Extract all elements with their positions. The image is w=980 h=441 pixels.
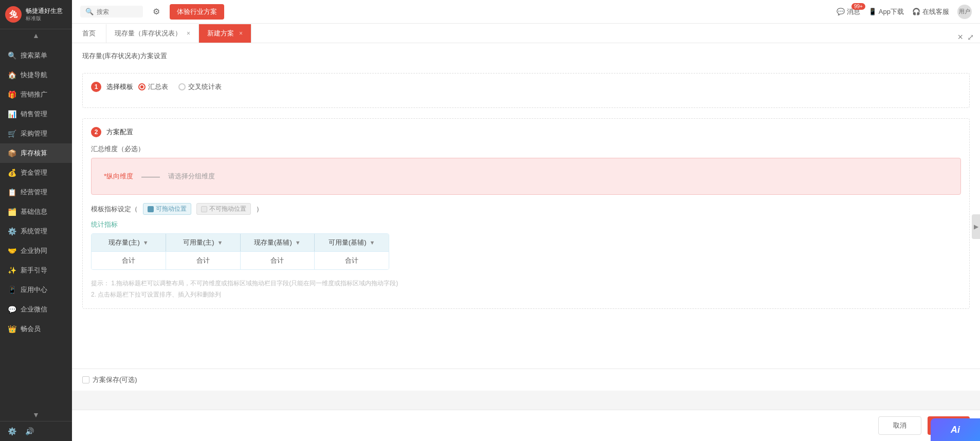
sidebar-item-new-guide[interactable]: ✨ 新手引导	[0, 261, 72, 280]
stats-cell-0-1: 合计	[166, 252, 241, 269]
tab-new-plan[interactable]: 新建方案 ×	[199, 24, 251, 43]
sidebar-item-marketing[interactable]: 🎁 营销推广	[0, 85, 72, 104]
new-guide-icon: ✨	[7, 266, 16, 275]
step2-badge: 2	[91, 127, 101, 137]
logo-icon: 兔	[5, 6, 22, 23]
gear-icon[interactable]: ⚙	[149, 5, 164, 19]
stats-col-1[interactable]: 可用量(主) ▼	[166, 234, 241, 251]
system-icon: ⚙️	[7, 227, 16, 236]
vip-icon: 👑	[7, 324, 16, 334]
cancel-button[interactable]: 取消	[878, 416, 921, 435]
sidebar-item-vip-label: 畅会员	[21, 324, 41, 334]
radio-summary-label: 汇总表	[148, 82, 168, 91]
sidebar-item-new-guide-label: 新手引导	[21, 266, 47, 275]
right-collapse-button[interactable]: ▶	[972, 214, 980, 239]
scroll-up[interactable]: ▲	[0, 29, 72, 42]
purchase-icon: 🛒	[7, 129, 16, 138]
sidebar-item-purchase[interactable]: 🛒 采购管理	[0, 124, 72, 143]
sidebar-item-search-menu[interactable]: 🔍 搜索菜单	[0, 46, 72, 65]
step1-title: 选择模板	[106, 82, 133, 91]
sidebar-item-enterprise-wechat[interactable]: 💬 企业微信	[0, 300, 72, 319]
tabs-bar: 首页 现存量（库存状况表） × 新建方案 × × ⤢	[72, 24, 980, 43]
trial-button[interactable]: 体验行业方案	[170, 4, 224, 20]
draggable-indicator: 可拖动位置	[143, 203, 191, 215]
sidebar-item-operations[interactable]: 📋 经营管理	[0, 182, 72, 202]
save-plan-checkbox-area[interactable]: 方案保存(可选)	[82, 375, 137, 384]
page-title: 现存量(库存状况表)方案设置	[82, 51, 970, 65]
sidebar-item-search-menu-label: 搜索菜单	[21, 51, 47, 60]
stats-col-3[interactable]: 可用量(基辅) ▼	[315, 234, 389, 251]
sidebar-item-operations-label: 经营管理	[21, 188, 47, 197]
sidebar-item-finance[interactable]: 💰 资金管理	[0, 163, 72, 182]
close-window-icon[interactable]: ×	[957, 32, 963, 43]
radio-summary[interactable]: 汇总表	[138, 82, 168, 91]
stats-table-header: 现存量(主) ▼ 可用量(主) ▼ 现存量(基辅) ▼	[92, 234, 389, 251]
sidebar-item-system-label: 系统管理	[21, 227, 47, 236]
sidebar-item-purchase-label: 采购管理	[21, 129, 47, 138]
dim-selector-area[interactable]: *纵向维度 —— 请选择分组维度	[91, 158, 961, 195]
sidebar-footer: ⚙️ 🔊	[0, 421, 72, 441]
expand-window-icon[interactable]: ⤢	[967, 32, 974, 42]
user-avatar[interactable]: 用户	[957, 5, 972, 19]
sidebar-item-inventory[interactable]: 📦 库存核算	[0, 143, 72, 163]
quick-nav-icon: 🏠	[7, 70, 16, 80]
search-input[interactable]	[97, 8, 138, 15]
sidebar-item-quick-nav[interactable]: 🏠 快捷导航	[0, 65, 72, 85]
tip-label: 提示：	[91, 280, 110, 287]
sidebar-item-sales[interactable]: 📊 销售管理	[0, 104, 72, 124]
dim-required-label: 汇总维度（必选）	[91, 144, 961, 154]
template-radio-group: 汇总表 交叉统计表	[138, 82, 222, 91]
indicator-config-row: 模板指标设定（ 可拖动位置 不可拖动位置 ） 统计指标	[91, 203, 961, 270]
radio-cross-label: 交叉统计表	[188, 82, 222, 91]
radio-cross[interactable]: 交叉统计表	[178, 82, 222, 91]
sidebar: 兔 畅捷通好生意 标准版 ▲ 🔍 搜索菜单 🏠 快捷导航 🎁 营销推广 📊 销售…	[0, 0, 72, 441]
stats-cell-0-2: 合计	[241, 252, 315, 269]
stats-col-2[interactable]: 现存量(基辅) ▼	[241, 234, 315, 251]
tip-2: 2. 点击标题栏下拉可设置排序、插入列和删除列	[91, 289, 961, 301]
online-service-button[interactable]: 🎧 在线客服	[912, 7, 949, 16]
step1-section: 1 选择模板 汇总表 交叉统计表	[82, 73, 970, 108]
enterprise-wechat-icon: 💬	[7, 305, 16, 314]
window-controls: × ⤢	[957, 32, 980, 43]
footer-settings-icon[interactable]: ⚙️	[7, 427, 16, 436]
bottom-bar: 方案保存(可选)	[72, 369, 980, 391]
tips-section: 提示： 1.拖动标题栏可以调整布局，不可跨维度或指标区域拖动栏目字段(只能在同一…	[91, 278, 961, 300]
tab-inventory-status[interactable]: 现存量（库存状况表） ×	[106, 24, 199, 43]
top-header: 🔍 ⚙ 体验行业方案 💬 消息 99+ 📱 App下载 🎧 在线客服 用户	[72, 0, 980, 24]
stats-col-0[interactable]: 现存量(主) ▼	[92, 234, 166, 251]
app-download-button[interactable]: 📱 App下载	[868, 7, 904, 16]
stats-cell-0-3: 合计	[315, 252, 389, 269]
content-area: 现存量(库存状况表)方案设置 1 选择模板 汇总表 交叉统计表	[72, 43, 980, 410]
footer-speaker-icon[interactable]: 🔊	[25, 427, 34, 436]
stats-section-label: 统计指标	[91, 220, 961, 229]
tab-home[interactable]: 首页	[72, 24, 106, 43]
stats-table: 现存量(主) ▼ 可用量(主) ▼ 现存量(基辅) ▼	[91, 233, 389, 270]
stats-table-row-0: 合计 合计 合计 合计	[92, 251, 389, 269]
sidebar-item-basic-info[interactable]: 🗂️ 基础信息	[0, 202, 72, 222]
contracts-icon: 🤝	[7, 246, 16, 255]
tab-new-plan-close[interactable]: ×	[239, 30, 243, 37]
messages-button[interactable]: 💬 消息 99+	[837, 7, 860, 16]
logo-text: 畅捷通好生意 标准版	[26, 7, 63, 22]
non-draggable-indicator: 不可拖动位置	[196, 203, 251, 215]
sidebar-item-marketing-label: 营销推广	[21, 90, 47, 99]
radio-summary-circle	[138, 83, 146, 90]
indicator-config-label: 模板指标设定（ 可拖动位置 不可拖动位置 ）	[91, 203, 961, 215]
radio-cross-circle	[178, 83, 186, 90]
sidebar-item-system[interactable]: ⚙️ 系统管理	[0, 222, 72, 241]
save-plan-checkbox[interactable]	[82, 376, 89, 383]
sidebar-item-contracts[interactable]: 🤝 企业协同	[0, 241, 72, 261]
dim-arrow: ——	[141, 171, 160, 182]
step2-title: 方案配置	[106, 127, 133, 137]
tab-inventory-status-close[interactable]: ×	[187, 30, 190, 37]
sidebar-item-quick-nav-label: 快捷导航	[21, 70, 47, 80]
stats-cell-0-0: 合计	[92, 252, 166, 269]
sidebar-item-vip[interactable]: 👑 畅会员	[0, 319, 72, 339]
basic-info-icon: 🗂️	[7, 207, 16, 216]
sidebar-item-sales-label: 销售管理	[21, 109, 47, 119]
scroll-down[interactable]: ▼	[0, 409, 72, 421]
message-icon: 💬	[837, 8, 845, 15]
sidebar-item-app-center[interactable]: 📱 应用中心	[0, 280, 72, 300]
ai-float-button[interactable]: Ai	[931, 418, 980, 441]
header-right: 💬 消息 99+ 📱 App下载 🎧 在线客服 用户	[837, 5, 972, 19]
